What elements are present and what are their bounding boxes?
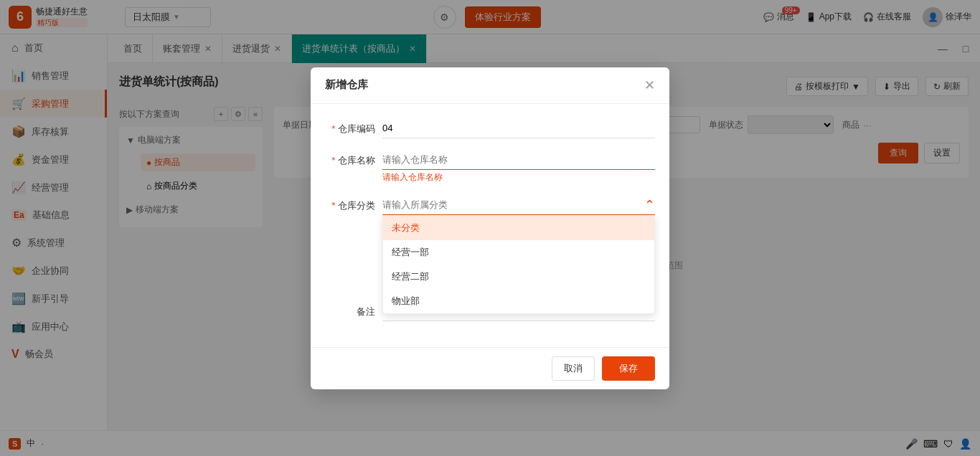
warehouse-code-row: * 仓库编码 [325,118,655,138]
dropdown-item-unclassified[interactable]: 未分类 [383,216,654,240]
dropdown-item-property[interactable]: 物业部 [383,289,654,313]
warehouse-type-label: * 仓库分类 [325,195,382,212]
dropdown-item-dept2[interactable]: 经营二部 [383,265,654,289]
modal-title: 新增仓库 [325,78,368,92]
warehouse-name-input[interactable] [382,150,655,170]
warehouse-type-row: * 仓库分类 ⌃ 未分类 经营一部 经营二部 物业部 [325,195,655,215]
warehouse-type-dropdown: 未分类 经营一部 经营二部 物业部 [382,215,655,314]
modal-overlay: 新增仓库 ✕ * 仓库编码 * 仓库名称 [0,0,980,456]
modal-body: * 仓库编码 * 仓库名称 请输入仓库名称 [311,104,669,347]
modal-header: 新增仓库 ✕ [311,67,669,104]
warehouse-name-label: * 仓库名称 [325,150,382,167]
modal-close-button[interactable]: ✕ [644,77,655,93]
add-warehouse-modal: 新增仓库 ✕ * 仓库编码 * 仓库名称 [311,67,669,389]
warehouse-code-wrap [382,118,655,138]
warehouse-code-input[interactable] [382,118,655,138]
remark-label: 备注 [325,301,382,318]
warehouse-type-wrap: ⌃ 未分类 经营一部 经营二部 物业部 [382,195,655,215]
warehouse-code-label: * 仓库编码 [325,118,382,136]
dropdown-item-dept1[interactable]: 经营一部 [383,240,654,265]
warehouse-name-row: * 仓库名称 请输入仓库名称 [325,150,655,184]
warehouse-name-error: 请输入仓库名称 [382,171,655,184]
cancel-button[interactable]: 取消 [552,356,595,381]
warehouse-type-input[interactable] [382,195,655,215]
save-button[interactable]: 保存 [602,356,655,381]
chevron-up-icon[interactable]: ⌃ [644,197,655,213]
warehouse-name-wrap: 请输入仓库名称 [382,150,655,184]
modal-footer: 取消 保存 [311,347,669,389]
